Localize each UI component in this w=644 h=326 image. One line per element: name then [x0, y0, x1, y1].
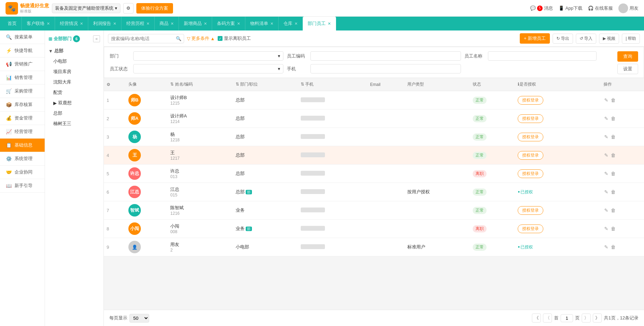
- close-icon[interactable]: ✕: [47, 21, 50, 26]
- delete-icon[interactable]: 🗑: [611, 171, 616, 176]
- auth-button[interactable]: 授权登录: [518, 96, 543, 105]
- tab-operation[interactable]: 经营情况 ✕: [55, 17, 88, 30]
- edit-icon[interactable]: ✎: [604, 171, 608, 176]
- filter-empname-input[interactable]: [488, 51, 597, 61]
- dept-node-zb[interactable]: 总部: [45, 108, 103, 118]
- search-input[interactable]: [108, 34, 184, 43]
- sidebar-item-guide[interactable]: 📖 新手引导: [0, 179, 45, 193]
- auth-button[interactable]: 授权登录: [518, 206, 543, 215]
- close-icon[interactable]: ✕: [113, 21, 116, 26]
- dept-node-ph[interactable]: 配货: [45, 87, 103, 98]
- dept-node-xmkf[interactable]: 项目库房: [45, 67, 103, 77]
- add-employee-button[interactable]: + 新增员工: [520, 33, 550, 44]
- sort-icon3[interactable]: ⇅: [301, 82, 304, 87]
- filter-empstatus-select[interactable]: ▾: [133, 64, 283, 73]
- tab-warehouse[interactable]: 仓库 ✕: [279, 17, 303, 30]
- more-conditions-button[interactable]: ▽ 更多条件 ▲: [187, 35, 215, 42]
- gear-button[interactable]: ⚙: [123, 3, 134, 14]
- dept-node-syk[interactable]: 沈阳大库: [45, 77, 103, 87]
- sidebar-item-search[interactable]: 🔍 搜索菜单: [0, 30, 45, 44]
- sidebar-item-sales[interactable]: 📊 销售管理: [0, 71, 45, 85]
- delete-icon[interactable]: 🗑: [611, 97, 616, 103]
- prev-page-button[interactable]: 〈: [543, 314, 552, 323]
- auth-button[interactable]: 授权登录: [518, 151, 543, 160]
- sort-icon[interactable]: ⇅: [170, 82, 174, 87]
- edit-icon[interactable]: ✎: [604, 189, 608, 195]
- sidebar-item-operation[interactable]: 📈 经营管理: [0, 125, 45, 139]
- sidebar-item-quick[interactable]: ⚡ 快捷导航: [0, 44, 45, 58]
- tab-history[interactable]: 经营历程 ✕: [121, 17, 155, 30]
- set-button[interactable]: 设置: [617, 64, 638, 74]
- filter-phone-input[interactable]: [310, 64, 461, 73]
- filter-empcode-input[interactable]: [310, 51, 461, 61]
- delete-icon[interactable]: 🗑: [611, 134, 616, 140]
- edit-icon[interactable]: ✎: [604, 152, 608, 158]
- close-icon[interactable]: ✕: [294, 21, 298, 26]
- import-button[interactable]: ↺ 导入: [576, 34, 596, 44]
- tab-profit[interactable]: 利润报告 ✕: [88, 17, 121, 30]
- sidebar-item-collab[interactable]: 🤝 企业协同: [0, 166, 45, 179]
- close-icon[interactable]: ✕: [237, 21, 240, 26]
- close-icon[interactable]: ✕: [171, 21, 174, 26]
- edit-icon[interactable]: ✎: [604, 97, 608, 103]
- page-input[interactable]: [561, 314, 573, 322]
- close-icon[interactable]: ✕: [146, 21, 149, 26]
- tab-bom[interactable]: 物料清单 ✕: [245, 17, 279, 30]
- edit-icon[interactable]: ✎: [604, 244, 608, 250]
- tab-customer[interactable]: 客户联络 ✕: [22, 17, 55, 30]
- app-download-button[interactable]: 📱 App下载: [559, 5, 582, 11]
- export-button[interactable]: ↻ 导出: [553, 34, 573, 44]
- auth-button[interactable]: 授权登录: [518, 224, 543, 233]
- dept-node-nsw[interactable]: 楠树王三: [45, 118, 103, 129]
- tab-add-goods[interactable]: 新增商品 ✕: [179, 17, 212, 30]
- sidebar-item-system[interactable]: ⚙️ 系统管理: [0, 152, 45, 166]
- auth-button[interactable]: 授权登录: [518, 133, 543, 141]
- sidebar-item-basic[interactable]: 📋 基础信息: [0, 139, 45, 152]
- close-icon-active[interactable]: ✕: [328, 21, 331, 26]
- dept-node-sl[interactable]: ▶ 双鹿想: [45, 98, 103, 108]
- delete-icon[interactable]: 🗑: [611, 208, 616, 213]
- settings-icon[interactable]: ⚙: [107, 82, 110, 87]
- edit-icon[interactable]: ✎: [604, 208, 608, 213]
- trial-button[interactable]: 体验行业方案: [136, 3, 173, 14]
- dept-avatar-count[interactable]: 6: [73, 35, 80, 42]
- sidebar-item-purchase[interactable]: 🛒 采购管理: [0, 85, 45, 98]
- first-page-button[interactable]: 《: [532, 314, 541, 323]
- close-icon[interactable]: ✕: [204, 21, 207, 26]
- delete-icon[interactable]: 🗑: [611, 226, 616, 231]
- sidebar-item-inventory[interactable]: 📦 库存核算: [0, 98, 45, 112]
- delete-icon[interactable]: 🗑: [611, 116, 616, 121]
- sort-icon2[interactable]: ⇅: [236, 82, 239, 87]
- page-size-select[interactable]: 50 100: [129, 314, 149, 323]
- edit-icon[interactable]: ✎: [604, 116, 608, 121]
- auth-button[interactable]: 授权登录: [518, 114, 543, 123]
- dept-node-group[interactable]: ▼ 总部: [45, 46, 103, 56]
- filter-dept-select[interactable]: ▾: [133, 51, 283, 61]
- last-page-button[interactable]: 》: [593, 314, 602, 323]
- dept-collapse-button[interactable]: «: [93, 35, 100, 42]
- next-page-button[interactable]: 〉: [582, 314, 591, 323]
- query-button[interactable]: 查询: [617, 51, 638, 62]
- sidebar-item-marketing[interactable]: 📢 营销推广: [0, 58, 45, 71]
- online-service-button[interactable]: 🎧 在线客服: [588, 5, 613, 11]
- view-button[interactable]: ▶ 视频: [599, 34, 619, 44]
- delete-icon[interactable]: 🗑: [611, 189, 616, 195]
- tab-home[interactable]: 首页: [3, 17, 22, 30]
- user-area[interactable]: 用友: [618, 3, 638, 13]
- tab-goods[interactable]: 商品 ✕: [155, 17, 179, 30]
- sidebar-item-finance[interactable]: 💰 资金管理: [0, 112, 45, 125]
- system-select[interactable]: 装备及固定资产辅助管理系统 ▾: [52, 3, 120, 13]
- auth-button[interactable]: 授权登录: [518, 169, 543, 178]
- message-button[interactable]: 💬 5 消息: [530, 5, 553, 11]
- delete-icon[interactable]: 🗑: [611, 152, 616, 158]
- tab-barcode[interactable]: 条码方案 ✕: [212, 17, 245, 30]
- dept-node-xd[interactable]: 小电部: [45, 56, 103, 67]
- edit-icon[interactable]: ✎: [604, 134, 608, 140]
- close-icon[interactable]: ✕: [80, 21, 83, 26]
- delete-icon[interactable]: 🗑: [611, 244, 616, 250]
- close-icon[interactable]: ✕: [270, 21, 273, 26]
- edit-icon[interactable]: ✎: [604, 226, 608, 231]
- show-resign-toggle[interactable]: ✓ 显示离职员工: [218, 35, 251, 42]
- more-button[interactable]: | 帮助: [622, 34, 640, 44]
- tab-department[interactable]: 部门员工 ✕: [303, 17, 336, 30]
